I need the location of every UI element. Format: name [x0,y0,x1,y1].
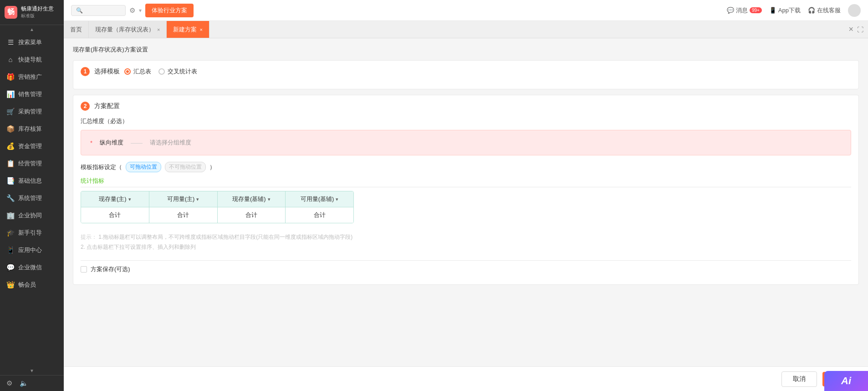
speaker-icon[interactable]: 🔈 [20,379,28,387]
search-box[interactable]: 🔍 [71,5,126,16]
topbar-right: 💬 消息 99+ 📱 App下载 🎧 在线客服 [727,4,861,17]
save-option: 方案保存(可选) [81,260,851,278]
cart-icon: 🛒 [6,108,15,116]
hint-2: 2. 点击标题栏下拉可设置排序、插入列和删除列 [81,244,196,250]
user-avatar[interactable] [848,4,861,17]
col3-header[interactable]: 现存量(基辅) ▾ [218,191,286,207]
col3-body: 合计 [218,207,286,223]
app-edition: 标准版 [21,13,54,19]
sidebar-item-sales[interactable]: 📊 销售管理 [0,86,64,103]
sidebar-item-label: 新手引导 [18,229,42,237]
doc-icon: 📑 [6,177,15,185]
tab-inventory-label: 现存量（库存状况表） [95,26,154,34]
sidebar-item-wechat[interactable]: 💬 企业微信 [0,259,64,276]
sidebar-item-enterprise[interactable]: 🏢 企业协同 [0,207,64,224]
save-checkbox[interactable] [81,266,87,273]
save-option-label: 方案保存(可选) [91,265,130,273]
topbar-left: 🔍 ⚙ ▾ 体验行业方案 [71,4,721,17]
sidebar-item-label: 销售管理 [18,90,42,98]
settings-icon[interactable]: ⚙ [6,379,12,387]
col4-sub: 合计 [314,211,326,219]
trial-button[interactable]: 体验行业方案 [145,4,194,17]
ai-badge[interactable]: Ai [824,371,868,391]
stats-table-header: 现存量(主) ▾ 可用量(主) ▾ 现存量(基辅) ▾ [81,191,353,207]
sidebar-item-newbie[interactable]: 🎓 新手引导 [0,224,64,242]
sidebar-item-app-center[interactable]: 📱 应用中心 [0,242,64,259]
sidebar-item-inventory[interactable]: 📦 库存核算 [0,120,64,138]
sidebar-item-label: 快捷导航 [18,56,42,64]
col4-header[interactable]: 可用量(基辅) ▾ [286,191,353,207]
online-service-btn[interactable]: 🎧 在线客服 [808,6,841,15]
sidebar-item-marketing[interactable]: 🎁 营销推广 [0,68,64,86]
col2-header[interactable]: 可用量(主) ▾ [149,191,218,207]
sidebar-item-label: 资金管理 [18,142,42,150]
step1-title: 选择模板 [94,67,120,76]
hint-1: 1.拖动标题栏可以调整布局，不可跨维度或指标区域拖动栏目字段(只能在同一维度或指… [98,234,352,240]
hint-prefix: 提示： [81,234,97,240]
main-area: 🔍 ⚙ ▾ 体验行业方案 💬 消息 99+ 📱 App下载 🎧 在线客服 [64,0,868,391]
window-expand-icon[interactable]: ⛶ [857,26,863,33]
headset-icon: 🎧 [808,7,815,14]
tabs-bar: 首页 现存量（库存状况表） × 新建方案 × × ⛶ [64,21,868,38]
window-close-icon[interactable]: × [848,25,853,34]
gift-icon: 🎁 [6,73,15,81]
radio-crosstab[interactable]: 交叉统计表 [158,67,197,76]
tab-inventory-close[interactable]: × [157,27,160,32]
sidebar-item-purchase[interactable]: 🛒 采购管理 [0,103,64,120]
dimension-placeholder[interactable]: 请选择分组维度 [150,139,191,147]
col3-label: 现存量(基辅) [232,195,266,203]
topbar-gear-icon[interactable]: ⚙ [129,6,135,15]
wrench-icon: 🔧 [6,194,15,202]
col3-sub: 合计 [245,211,257,219]
sidebar-item-label: 营销推广 [18,73,42,81]
sidebar-item-operations[interactable]: 📋 经营管理 [0,155,64,172]
sidebar-item-finance[interactable]: 💰 资金管理 [0,138,64,155]
tab-inventory-status[interactable]: 现存量（库存状况表） × [89,21,167,38]
plan-config: 汇总维度（必选） * 纵向维度 —— 请选择分组维度 模板指标设定（ 可拖动位置… [81,117,851,278]
online-service-label: 在线客服 [817,6,841,15]
col2-label: 可用量(主) [167,195,195,203]
radio-summary-label: 汇总表 [133,67,151,76]
topbar-chevron-icon[interactable]: ▾ [139,7,142,14]
sidebar-item-label: 系统管理 [18,194,42,202]
sidebar-item-basic-info[interactable]: 📑 基础信息 [0,172,64,190]
stats-label: 统计指标 [81,177,851,187]
sidebar-item-system[interactable]: 🔧 系统管理 [0,190,64,207]
app-download-btn[interactable]: 📱 App下载 [769,6,801,15]
col1-header[interactable]: 现存量(主) ▾ [81,191,149,207]
indicator-settings-suffix: ） [209,163,215,171]
section-step1: 1 选择模板 汇总表 交叉统计表 [73,60,859,89]
search-icon: 🔍 [76,7,83,14]
crown-icon: 👑 [6,281,15,289]
sidebar-item-quick-nav[interactable]: ⌂ 快捷导航 [0,51,64,68]
sidebar-scroll-up[interactable]: ▲ [0,25,64,34]
app-logo-icon: 畅 [5,6,17,19]
sidebar-scroll-down[interactable]: ▼ [0,366,64,375]
sidebar-menu: ☰ 搜索菜单 ⌂ 快捷导航 🎁 营销推广 📊 销售管理 🛒 采购管理 📦 库存核… [0,34,64,366]
tab-new-plan-close[interactable]: × [199,27,202,32]
cancel-button[interactable]: 取消 [781,371,817,387]
sidebar-item-label: 畅会员 [18,281,36,289]
tab-new-plan[interactable]: 新建方案 × [167,21,209,38]
menu-icon: ☰ [6,38,15,46]
mobile-icon: 📱 [6,246,15,254]
indicator-tag-draggable: 可拖动位置 [126,162,161,172]
sidebar-bottom: ⚙ 🔈 [0,375,64,391]
radio-summary[interactable]: 汇总表 [124,67,151,76]
col2-chevron: ▾ [196,196,199,202]
stats-table: 现存量(主) ▾ 可用量(主) ▾ 现存量(基辅) ▾ [81,191,354,223]
hint-section: 提示： 1.拖动标题栏可以调整布局，不可跨维度或指标区域拖动栏目字段(只能在同一… [81,228,851,257]
message-btn[interactable]: 💬 消息 99+ [727,6,762,15]
sidebar-logo: 畅 畅康通好生意 标准版 [0,0,64,25]
section-step2: 2 方案配置 汇总维度（必选） * 纵向维度 —— 请选择分组维度 模板指标设定… [73,95,859,285]
tab-home[interactable]: 首页 [64,21,89,38]
tab-home-label: 首页 [70,26,82,34]
page-title: 现存量(库存状况表)方案设置 [73,46,859,54]
graduate-icon: 🎓 [6,229,15,237]
dimension-field: 纵向维度 [100,139,123,147]
sidebar-item-label: 经营管理 [18,159,42,168]
tab-new-plan-label: 新建方案 [173,26,197,34]
box-icon: 📦 [6,125,15,133]
sidebar-item-search-menu[interactable]: ☰ 搜索菜单 [0,34,64,51]
sidebar-item-member[interactable]: 👑 畅会员 [0,276,64,293]
